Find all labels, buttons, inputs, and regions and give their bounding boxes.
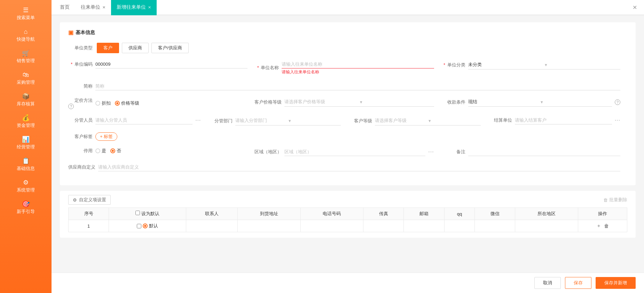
tab-partners[interactable]: 往来单位 ✕ bbox=[75, 0, 111, 15]
supplier-custom-row: 供应商自定义 bbox=[68, 163, 627, 171]
basic-info-section: ▣ 基本信息 单位类型 客户 供应商 客户/供应商 * 单位编码 bbox=[60, 22, 636, 185]
select-all-checkbox[interactable] bbox=[135, 211, 140, 215]
pricing-help-icon[interactable]: ? bbox=[68, 104, 74, 109]
unit-name-input[interactable] bbox=[282, 60, 434, 68]
pricing-level-radio[interactable]: 价格等级 bbox=[115, 100, 139, 106]
custom-settings-button[interactable]: ⚙ 自定义项设置 bbox=[68, 195, 111, 205]
section-title-text: 基本信息 bbox=[76, 30, 95, 36]
payment-terms-value: 现结 bbox=[468, 99, 540, 105]
sidebar-item-label: 快捷导航 bbox=[17, 36, 35, 42]
unit-type-customer-button[interactable]: 客户 bbox=[97, 43, 119, 53]
default-radio[interactable]: 默认 bbox=[143, 223, 158, 229]
delete-icon: 🗑 bbox=[603, 197, 608, 203]
sidebar-item-inventory[interactable]: 📦 库存核算 bbox=[0, 89, 52, 111]
th-area: 所在地区 bbox=[515, 208, 578, 220]
table-toolbar: ⚙ 自定义项设置 🗑 批量删除 bbox=[68, 195, 627, 205]
pricing-discount-label: 折扣 bbox=[102, 100, 111, 106]
disable-no-radio[interactable]: 否 bbox=[110, 148, 121, 154]
chevron-down-icon2: ▾ bbox=[360, 99, 434, 105]
customer-price-select[interactable]: 请选择客户价格等级 ▾ bbox=[284, 97, 434, 107]
settlement-group: 结算单位 ··· bbox=[488, 116, 628, 124]
td-email bbox=[404, 220, 444, 232]
unit-name-group: * 单位名称 请输入往来单位名称 bbox=[254, 60, 441, 75]
area-input[interactable] bbox=[284, 148, 425, 156]
short-name-input[interactable] bbox=[95, 82, 620, 90]
short-name-row: 简称 bbox=[68, 82, 627, 90]
row-checkbox[interactable] bbox=[137, 224, 141, 228]
td-phone bbox=[300, 220, 363, 232]
area-more-icon[interactable]: ··· bbox=[428, 149, 434, 155]
save-new-button[interactable]: 保存并新增 bbox=[596, 277, 636, 289]
manager-more-icon[interactable]: ··· bbox=[195, 117, 201, 123]
add-row-icon[interactable]: ＋ bbox=[596, 223, 601, 229]
supplier-custom-input[interactable] bbox=[98, 163, 620, 171]
manager-input[interactable] bbox=[95, 116, 193, 124]
short-name-label: 简称 bbox=[68, 83, 93, 89]
cancel-button[interactable]: 取消 bbox=[534, 277, 561, 289]
customer-price-group: 客户价格等级 请选择客户价格等级 ▾ bbox=[254, 97, 441, 107]
sidebar-item-finance[interactable]: 💰 资金管理 bbox=[0, 111, 52, 132]
tab-home[interactable]: 首页 bbox=[54, 0, 75, 15]
disable-yes-radio[interactable]: 是 bbox=[95, 148, 106, 154]
sidebar-item-basic[interactable]: 📋 基础信息 bbox=[0, 154, 52, 175]
customer-tag-row: 客户标签 + 标签 bbox=[68, 132, 627, 141]
th-default: 设为默认 bbox=[109, 208, 186, 220]
close-all-tabs-button[interactable]: ✕ bbox=[628, 4, 641, 11]
table-header-row: 序号 设为默认 联系人 到货地址 电话号码 传真 邮箱 qq 微信 所在地区 bbox=[69, 208, 627, 220]
note-input[interactable] bbox=[468, 148, 620, 156]
td-qq bbox=[444, 220, 475, 232]
sidebar-item-search[interactable]: ☰ 搜索菜单 bbox=[0, 3, 52, 24]
unit-code-input[interactable] bbox=[95, 60, 248, 68]
tab-new-partner-close[interactable]: ✕ bbox=[148, 5, 151, 10]
payment-terms-select[interactable]: 现结 ▾ bbox=[468, 97, 612, 107]
tab-new-partner[interactable]: 新增往来单位 ✕ bbox=[111, 0, 157, 15]
th-contact: 联系人 bbox=[186, 208, 237, 220]
tab-partners-close[interactable]: ✕ bbox=[102, 5, 105, 10]
required-star2: * bbox=[257, 65, 259, 70]
sidebar-item-system[interactable]: ⚙ 系统管理 bbox=[0, 175, 52, 197]
unit-code-group: * 单位编码 bbox=[68, 60, 254, 68]
disable-no-label: 否 bbox=[117, 148, 121, 154]
unit-type-supplier-button[interactable]: 供应商 bbox=[122, 43, 149, 53]
customer-price-placeholder: 请选择客户价格等级 bbox=[284, 99, 359, 105]
th-fax: 传真 bbox=[363, 208, 404, 220]
unit-name-error: 请输入往来单位名称 bbox=[282, 69, 434, 75]
pricing-discount-radio[interactable]: 折扣 bbox=[95, 100, 111, 106]
pricing-level-label: 价格等级 bbox=[121, 100, 139, 106]
required-star: * bbox=[71, 62, 72, 67]
unit-name-input-wrap: 请输入往来单位名称 bbox=[282, 60, 434, 75]
required-star3: * bbox=[443, 62, 445, 67]
area-group: 区域（地区） ··· bbox=[254, 148, 441, 156]
unit-category-select[interactable]: 未分类 ▾ bbox=[468, 60, 620, 70]
th-wechat: 微信 bbox=[475, 208, 515, 220]
th-seq: 序号 bbox=[69, 208, 109, 220]
save-button[interactable]: 保存 bbox=[565, 277, 591, 289]
manager-group: 分管人员 ··· bbox=[68, 116, 208, 124]
disable-label: 停用 bbox=[68, 148, 93, 154]
settlement-input[interactable] bbox=[515, 116, 612, 124]
footer: 取消 保存 保存并新增 bbox=[52, 272, 644, 293]
batch-delete-button[interactable]: 🗑 批量删除 bbox=[603, 197, 627, 203]
td-fax bbox=[363, 220, 404, 232]
sidebar-item-label: 经营管理 bbox=[17, 144, 35, 150]
manager-row: 分管人员 ··· 分管部门 请输入分管部门 ▾ 客户等级 请选择客户等级 ▾ bbox=[68, 116, 627, 125]
dept-select[interactable]: 请输入分管部门 ▾ bbox=[235, 116, 341, 125]
add-tag-button[interactable]: + 标签 bbox=[95, 132, 117, 141]
unit-type-both-button[interactable]: 客户/供应商 bbox=[151, 43, 189, 53]
section-title: ▣ 基本信息 bbox=[68, 29, 627, 36]
custom-settings-label: 自定义项设置 bbox=[79, 197, 106, 203]
payment-help-icon[interactable]: ? bbox=[615, 99, 620, 105]
customer-level-group: 客户等级 请选择客户等级 ▾ bbox=[348, 116, 488, 125]
customer-level-select[interactable]: 请选择客户等级 ▾ bbox=[375, 116, 481, 125]
settlement-more-icon[interactable]: ··· bbox=[615, 117, 620, 123]
payment-terms-label: 收款条件 bbox=[441, 99, 465, 105]
sidebar-item-operations[interactable]: 📊 经营管理 bbox=[0, 132, 52, 154]
delete-row-icon[interactable]: 🗑 bbox=[604, 223, 609, 229]
contact-table: 序号 设为默认 联系人 到货地址 电话号码 传真 邮箱 qq 微信 所在地区 bbox=[68, 207, 627, 232]
table-section: ⚙ 自定义项设置 🗑 批量删除 序号 设为默认 联系人 bbox=[60, 191, 636, 238]
sidebar-item-sales[interactable]: 🛒 销售管理 bbox=[0, 46, 52, 67]
sidebar-item-purchase[interactable]: 🛍 采购管理 bbox=[0, 67, 52, 89]
pricing-radio-group: 折扣 价格等级 bbox=[95, 100, 139, 106]
sidebar-item-guide[interactable]: 🎯 新手引导 bbox=[0, 197, 52, 218]
sidebar-item-quick-nav[interactable]: ⌂ 快捷导航 bbox=[0, 24, 52, 46]
